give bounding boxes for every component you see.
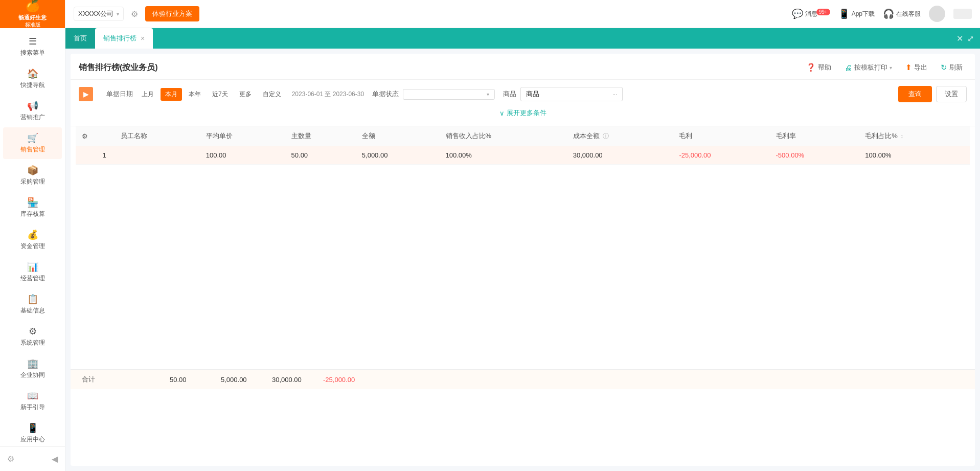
- footer-quantity: 50.00: [164, 376, 215, 384]
- th-settings: ⚙: [76, 126, 94, 146]
- sidebar-item-search[interactable]: ☰搜索菜单: [3, 31, 62, 62]
- status-label: 单据状态: [372, 89, 399, 99]
- refresh-button[interactable]: ↻ 刷新: [937, 61, 967, 74]
- cost-info-icon[interactable]: ⓘ: [603, 132, 609, 140]
- footer-total: 5,000.00: [215, 376, 266, 384]
- user-avatar[interactable]: [929, 6, 945, 22]
- tabbar: 首页 销售排行榜 × ✕ ⤢: [65, 28, 980, 49]
- app-download-group[interactable]: 📱 App下载: [838, 8, 875, 19]
- footer-collapse-icon[interactable]: ◀: [50, 452, 60, 466]
- cell-total-0: 5,000.00: [356, 146, 440, 165]
- nav-label-purchase: 采购管理: [20, 177, 45, 186]
- app-logo: 🍊 畅通好生意 标准版: [0, 0, 65, 28]
- nav-label-sales: 销售管理: [20, 145, 45, 154]
- table-header-row: ⚙ 员工名称 平均单价 主数量 全额 销售收入占比% 成本全额 ⓘ 毛利: [76, 126, 970, 146]
- query-button[interactable]: 查询: [898, 86, 932, 102]
- sidebar-item-purchase[interactable]: 📦采购管理: [3, 160, 62, 191]
- expand-arrow[interactable]: ▶: [79, 87, 93, 101]
- more-btn[interactable]: 更多: [235, 88, 256, 101]
- th-gross: 毛利: [673, 126, 769, 146]
- nav-label-marketing: 营销推广: [20, 113, 45, 122]
- nav-icon-system: ⚙: [29, 326, 37, 337]
- sidebar-item-guide[interactable]: 📖新手引导: [3, 385, 62, 417]
- tab-maximize-area: ✕ ⤢: [956, 28, 980, 49]
- cell-sales-pct-0: 100.00%: [440, 146, 567, 165]
- gross-pct-sort-icon[interactable]: ↕: [901, 133, 904, 139]
- goods-more-icon: ···: [612, 91, 617, 97]
- print-button[interactable]: 🖨 按模板打印 ▾: [840, 61, 896, 74]
- sidebar-item-finance[interactable]: 💰资金管理: [3, 224, 62, 256]
- notification-count: 99+: [816, 9, 830, 15]
- help-button[interactable]: ❓ 帮助: [802, 61, 835, 74]
- maximize-icon[interactable]: ⤢: [967, 34, 974, 43]
- settings-button[interactable]: 设置: [936, 86, 967, 102]
- logo-badge: 标准版: [25, 21, 40, 29]
- logo-icon: 🍊: [26, 0, 39, 13]
- goods-filter: 商品 商品 ···: [503, 87, 623, 101]
- export-button[interactable]: ⬆ 导出: [901, 61, 931, 74]
- print-chevron-icon: ▾: [890, 65, 892, 71]
- tab-close-icon[interactable]: ×: [141, 34, 145, 42]
- th-sales-pct: 销售收入占比%: [440, 126, 567, 146]
- cur-month-btn[interactable]: 本月: [161, 88, 182, 101]
- sidebar-item-system[interactable]: ⚙系统管理: [3, 321, 62, 352]
- cur-year-btn[interactable]: 本年: [184, 88, 206, 101]
- experience-button[interactable]: 体验行业方案: [145, 6, 199, 21]
- table-spacer: [71, 165, 975, 369]
- nav-icon-search: ☰: [29, 36, 37, 47]
- prev-month-btn[interactable]: 上月: [137, 88, 158, 101]
- table-row: 1 100.00 50.00 5,000.00 100.00% 30,000.0…: [76, 146, 970, 165]
- nav-icon-operations: 📊: [27, 261, 38, 273]
- nav-icon-marketing: 📢: [27, 100, 38, 111]
- expand-conditions-button[interactable]: ∨ 展开更多条件: [495, 106, 551, 120]
- date-label: 单据日期: [106, 89, 133, 99]
- th-name: 员工名称: [115, 126, 200, 146]
- th-rank: [94, 126, 115, 146]
- service-label: 在线客服: [896, 10, 921, 18]
- nav-label-apps: 应用中心: [20, 435, 45, 444]
- status-select[interactable]: ▾: [403, 89, 495, 100]
- company-selector[interactable]: XXXXX公司 ▾: [74, 7, 124, 21]
- sidebar-item-marketing[interactable]: 📢营销推广: [3, 95, 62, 127]
- sidebar-nav: ☰搜索菜单🏠快捷导航📢营销推广🛒销售管理📦采购管理🏪库存核算💰资金管理📊经营管理…: [0, 28, 65, 446]
- recent7-btn[interactable]: 近7天: [208, 88, 233, 101]
- footer-settings-icon[interactable]: ⚙: [5, 452, 16, 466]
- sidebar-item-sales[interactable]: 🛒销售管理: [3, 127, 62, 159]
- date-filter: 单据日期 上月 本月 本年 近7天 更多 自定义 2023-06-01 至 20…: [106, 88, 364, 101]
- column-settings-icon[interactable]: ⚙: [82, 132, 88, 140]
- sidebar-item-enterprise[interactable]: 🏢企业协同: [3, 353, 62, 385]
- nav-label-system: 系统管理: [20, 339, 45, 347]
- company-chevron-icon: ▾: [117, 11, 119, 17]
- notification-group[interactable]: 💬 消息 99+: [792, 8, 830, 19]
- sidebar-item-apps[interactable]: 📱应用中心: [3, 417, 62, 446]
- cell-settings-0: [76, 146, 94, 165]
- user-name[interactable]: [953, 9, 972, 19]
- goods-input[interactable]: 商品 ···: [520, 87, 623, 101]
- service-group[interactable]: 🎧 在线客服: [883, 8, 921, 19]
- restore-icon[interactable]: ✕: [956, 34, 963, 43]
- tab-home[interactable]: 首页: [65, 28, 95, 49]
- tab-sales-rank[interactable]: 销售排行榜 ×: [95, 28, 153, 49]
- footer-cost: 30,000.00: [266, 376, 317, 384]
- cell-gross-pct-0: 100.00%: [859, 146, 970, 165]
- custom-btn[interactable]: 自定义: [258, 88, 286, 101]
- sidebar-item-inventory[interactable]: 🏪库存核算: [3, 192, 62, 223]
- service-icon: 🎧: [883, 8, 894, 19]
- nav-label-search: 搜索菜单: [20, 49, 45, 57]
- sidebar-item-operations[interactable]: 📊经营管理: [3, 256, 62, 288]
- table-body: 1 100.00 50.00 5,000.00 100.00% 30,000.0…: [76, 146, 970, 165]
- nav-icon-quick-nav: 🏠: [27, 68, 38, 79]
- status-chevron-icon: ▾: [487, 92, 489, 97]
- sidebar-item-quick-nav[interactable]: 🏠快捷导航: [3, 63, 62, 95]
- topbar-settings-icon[interactable]: ⚙: [129, 7, 140, 21]
- cell-cost-0: 30,000.00: [567, 146, 673, 165]
- table-footer: 合计 50.00 5,000.00 30,000.00 -25,000.00: [71, 369, 975, 389]
- notification-label: 消息: [805, 10, 817, 18]
- expand-label: 展开更多条件: [507, 108, 546, 118]
- cell-rank-0: 1: [94, 146, 115, 165]
- nav-icon-apps: 📱: [27, 422, 38, 434]
- sidebar-item-basic-info[interactable]: 📋基础信息: [3, 288, 62, 320]
- refresh-icon: ↻: [941, 63, 947, 72]
- th-cost: 成本全额 ⓘ: [567, 126, 673, 146]
- action-buttons: 查询 设置: [898, 86, 967, 102]
